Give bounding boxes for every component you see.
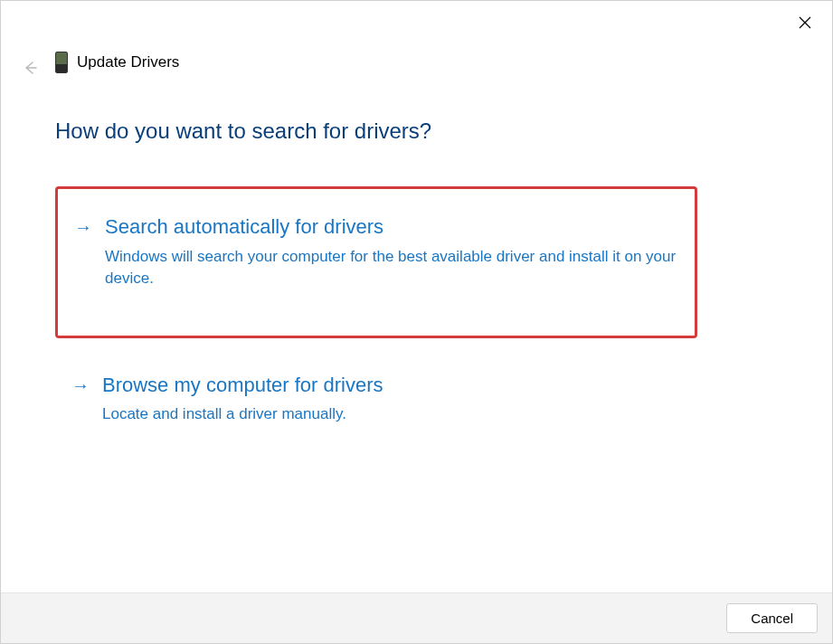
options-container: → Search automatically for drivers Windo… xyxy=(55,186,697,442)
option-title: Browse my computer for drivers xyxy=(102,373,681,399)
device-icon xyxy=(55,52,68,73)
option-browse-computer[interactable]: → Browse my computer for drivers Locate … xyxy=(55,358,697,442)
option-content: Browse my computer for drivers Locate an… xyxy=(102,373,681,426)
back-button xyxy=(17,55,43,80)
dialog-title: Update Drivers xyxy=(77,53,179,71)
option-title: Search automatically for drivers xyxy=(105,214,678,241)
option-description: Windows will search your computer for th… xyxy=(105,246,678,290)
close-button[interactable] xyxy=(794,12,816,33)
option-description: Locate and install a driver manually. xyxy=(102,403,681,426)
back-arrow-icon xyxy=(22,60,38,76)
arrow-right-icon: → xyxy=(74,216,92,238)
arrow-right-icon: → xyxy=(71,374,90,396)
dialog-header: Update Drivers xyxy=(55,52,179,73)
cancel-button[interactable]: Cancel xyxy=(726,603,818,633)
option-content: Search automatically for drivers Windows… xyxy=(105,214,678,290)
dialog-footer: Cancel xyxy=(1,592,832,643)
close-icon xyxy=(799,16,811,29)
option-search-automatically[interactable]: → Search automatically for drivers Windo… xyxy=(55,186,697,338)
main-question: How do you want to search for drivers? xyxy=(55,118,431,144)
